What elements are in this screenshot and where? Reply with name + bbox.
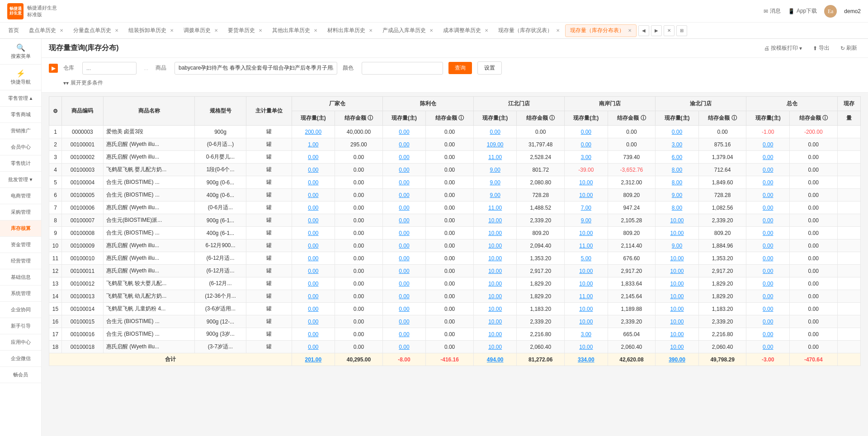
row-yb-qty[interactable]: 8.00 <box>656 164 699 176</box>
row-f-qty[interactable]: 200.00 <box>292 126 335 138</box>
tab-close-icon[interactable]: ✕ <box>259 28 262 33</box>
color-input[interactable] <box>362 62 443 75</box>
row-f-qty[interactable]: 0.00 <box>292 315 335 328</box>
row-na-qty[interactable]: 11.00 <box>565 290 608 303</box>
row-cl-qty[interactable]: 0.00 <box>382 290 426 303</box>
row-cl-qty[interactable]: 0.00 <box>382 214 426 227</box>
sidebar-item-retail-stats[interactable]: 零售统计 <box>0 155 41 172</box>
sidebar-item-wholesale[interactable]: 批发管理 ▼ <box>0 172 41 188</box>
row-jb-qty[interactable]: 9.00 <box>473 176 517 189</box>
row-yb-qty[interactable]: 9.00 <box>656 239 699 252</box>
row-f-qty[interactable]: 0.00 <box>292 341 335 353</box>
row-yb-qty[interactable]: 10.00 <box>656 277 699 290</box>
row-tot-qty[interactable]: 0.00 <box>746 252 790 265</box>
row-yb-qty[interactable]: 10.00 <box>656 214 699 227</box>
row-tot-qty[interactable]: 0.00 <box>746 202 790 214</box>
summary-yb-qty[interactable]: 390.00 <box>656 353 699 366</box>
row-f-qty[interactable]: 0.00 <box>292 277 335 290</box>
row-na-qty[interactable]: 3.00 <box>565 328 608 341</box>
th-settings[interactable]: ⚙ <box>49 97 62 126</box>
row-na-qty[interactable]: 9.00 <box>565 214 608 227</box>
row-yb-qty[interactable]: 8.00 <box>656 202 699 214</box>
row-f-qty[interactable]: 0.00 <box>292 189 335 202</box>
row-f-qty[interactable]: 0.00 <box>292 176 335 189</box>
tab-other-out-history[interactable]: 其他出库单历史 ✕ <box>268 24 322 37</box>
row-na-qty[interactable]: 10.00 <box>565 277 608 290</box>
row-yb-qty[interactable]: 10.00 <box>656 303 699 315</box>
row-na-qty[interactable]: 7.00 <box>565 202 608 214</box>
row-yb-qty[interactable]: 10.00 <box>656 341 699 353</box>
row-f-qty[interactable]: 0.00 <box>292 239 335 252</box>
row-na-qty[interactable]: 0.00 <box>565 138 608 151</box>
row-cl-qty[interactable]: 0.00 <box>382 239 426 252</box>
sidebar-item-wechat[interactable]: 企业微信 <box>0 351 41 367</box>
tab-close-icon[interactable]: ✕ <box>369 28 373 33</box>
row-jb-qty[interactable]: 10.00 <box>473 341 517 353</box>
tab-close-icon[interactable]: ✕ <box>170 28 174 33</box>
expand-more-btn[interactable]: ▾▾ 展开更多条件 <box>60 77 107 89</box>
row-jb-qty[interactable]: 10.00 <box>473 290 517 303</box>
expand-row-btn[interactable]: ▶ <box>49 64 58 73</box>
row-cl-qty[interactable]: 0.00 <box>382 328 426 341</box>
row-na-qty[interactable]: 3.00 <box>565 151 608 164</box>
row-na-qty[interactable]: 10.00 <box>565 227 608 239</box>
row-jb-qty[interactable]: 10.00 <box>473 239 517 252</box>
row-f-qty[interactable]: 0.00 <box>292 214 335 227</box>
row-tot-qty[interactable]: 0.00 <box>746 328 790 341</box>
sidebar-item-ecommerce[interactable]: 电商管理 <box>0 188 41 204</box>
row-yb-qty[interactable]: 10.00 <box>656 265 699 277</box>
row-tot-qty[interactable]: 0.00 <box>746 315 790 328</box>
table-container[interactable]: ⚙ 商品编码 商品名称 规格型号 主计量单位 厂家仓 陈利仓 江北门店 南岸门店… <box>42 93 868 436</box>
row-yb-qty[interactable]: 3.00 <box>656 138 699 151</box>
row-jb-qty[interactable]: 0.00 <box>473 126 517 138</box>
summary-na-qty[interactable]: 334.00 <box>565 353 608 366</box>
row-jb-qty[interactable]: 10.00 <box>473 277 517 290</box>
tab-close-icon[interactable]: ✕ <box>214 28 218 33</box>
tab-product-in-history[interactable]: 产成品入库单历史 ✕ <box>378 24 438 37</box>
tab-close-all-btn[interactable]: ✕ <box>664 25 675 36</box>
tab-close-icon[interactable]: ✕ <box>628 28 632 33</box>
tab-stock-status[interactable]: 现存量（库存状况表） ✕ <box>494 24 564 37</box>
row-tot-qty[interactable]: 0.00 <box>746 239 790 252</box>
tab-prev-btn[interactable]: ◀ <box>638 25 649 36</box>
sidebar-item-quicknav[interactable]: ⚡ 快捷导航 <box>0 65 41 90</box>
tab-stock-check-history[interactable]: 盘点单历史 ✕ <box>24 24 68 37</box>
row-jb-qty[interactable]: 10.00 <box>473 227 517 239</box>
row-na-qty[interactable]: 10.00 <box>565 341 608 353</box>
sidebar-item-operations[interactable]: 经营管理 <box>0 253 41 269</box>
sidebar-item-guide[interactable]: 新手引导 <box>0 318 41 334</box>
sidebar-item-marketing[interactable]: 营销推广 <box>0 123 41 139</box>
row-tot-qty[interactable]: 0.00 <box>746 138 790 151</box>
tab-home[interactable]: 首页 <box>4 24 24 37</box>
row-f-qty[interactable]: 0.00 <box>292 290 335 303</box>
row-cl-qty[interactable]: 0.00 <box>382 265 426 277</box>
tab-cost-adjust-history[interactable]: 成本调整单历史 ✕ <box>439 24 493 37</box>
row-cl-qty[interactable]: 0.00 <box>382 164 426 176</box>
export-btn[interactable]: ⬆ 导出 <box>809 42 833 54</box>
row-yb-qty[interactable]: 0.00 <box>656 126 699 138</box>
row-yb-qty[interactable]: 8.00 <box>656 176 699 189</box>
sidebar-item-enterprise[interactable]: 企业协同 <box>0 302 41 318</box>
row-f-qty[interactable]: 0.00 <box>292 252 335 265</box>
user-avatar[interactable] <box>824 5 837 18</box>
row-tot-qty[interactable]: -1.00 <box>746 126 790 138</box>
row-yb-qty[interactable]: 10.00 <box>656 328 699 341</box>
row-yb-qty[interactable]: 10.00 <box>656 227 699 239</box>
tab-next-btn[interactable]: ▶ <box>651 25 662 36</box>
tab-material-out-history[interactable]: 材料出库单历史 ✕ <box>323 24 377 37</box>
tab-close-icon[interactable]: ✕ <box>556 28 560 33</box>
print-btn[interactable]: 🖨 按模板打印 ▾ <box>760 42 806 54</box>
row-cl-qty[interactable]: 0.00 <box>382 315 426 328</box>
row-f-qty[interactable]: 0.00 <box>292 151 335 164</box>
tab-close-icon[interactable]: ✕ <box>485 28 488 33</box>
app-download-btn[interactable]: 📱 App下载 <box>788 7 817 15</box>
row-na-qty[interactable]: 10.00 <box>565 303 608 315</box>
row-cl-qty[interactable]: 0.00 <box>382 202 426 214</box>
tab-close-icon[interactable]: ✕ <box>314 28 317 33</box>
row-yb-qty[interactable]: 6.00 <box>656 151 699 164</box>
settings-btn[interactable]: 设置 <box>477 61 502 75</box>
row-jb-qty[interactable]: 11.00 <box>473 151 517 164</box>
row-cl-qty[interactable]: 0.00 <box>382 303 426 315</box>
tab-close-icon[interactable]: ✕ <box>429 28 433 33</box>
row-cl-qty[interactable]: 0.00 <box>382 126 426 138</box>
